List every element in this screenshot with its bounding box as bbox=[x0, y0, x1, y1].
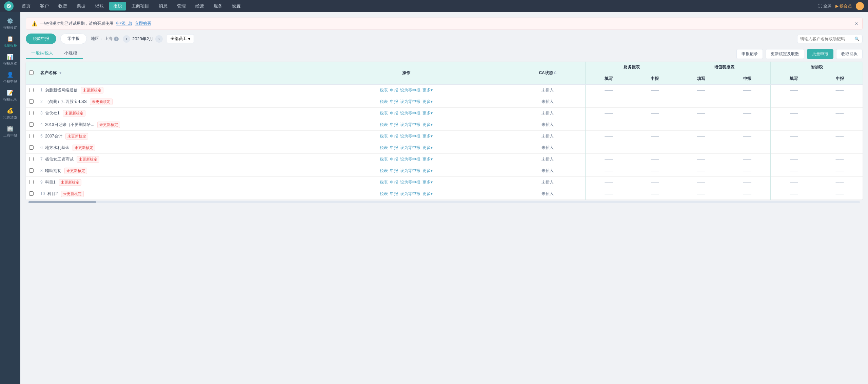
row-checkbox-cell bbox=[26, 165, 37, 177]
row-checkbox[interactable] bbox=[29, 191, 34, 196]
search-box[interactable]: 🔍 bbox=[797, 35, 863, 43]
declaration-records-button[interactable]: 申报记录 bbox=[736, 49, 763, 59]
user-avatar[interactable] bbox=[856, 2, 864, 10]
horizontal-scrollbar[interactable] bbox=[26, 200, 863, 204]
action-zero-declare[interactable]: 设为零申报 bbox=[400, 168, 420, 174]
action-declare[interactable]: 申报 bbox=[390, 99, 398, 105]
action-tax-form[interactable]: 税表 bbox=[380, 99, 388, 105]
action-zero-declare[interactable]: 设为零申报 bbox=[400, 133, 420, 139]
action-more[interactable]: 更多▾ bbox=[422, 168, 433, 174]
sidebar-item-annual-settlement[interactable]: 💰 汇算清缴 bbox=[1, 105, 19, 122]
nav-tax[interactable]: 报税 bbox=[109, 2, 126, 10]
nav-message[interactable]: 消息 bbox=[155, 2, 172, 10]
action-more[interactable]: 更多▾ bbox=[422, 179, 433, 185]
action-more[interactable]: 更多▾ bbox=[422, 145, 433, 151]
nav-billing[interactable]: 收费 bbox=[54, 2, 71, 10]
action-zero-declare[interactable]: 设为零申报 bbox=[400, 99, 420, 105]
action-more[interactable]: 更多▾ bbox=[422, 87, 433, 93]
next-month-button[interactable]: › bbox=[155, 35, 163, 43]
action-more[interactable]: 更多▾ bbox=[422, 122, 433, 128]
action-declare[interactable]: 申报 bbox=[390, 133, 398, 139]
nav-invoice[interactable]: 票据 bbox=[73, 2, 90, 10]
banner-link-buy[interactable]: 立即购买 bbox=[135, 21, 151, 26]
action-declare[interactable]: 申报 bbox=[390, 87, 398, 93]
action-tax-form[interactable]: 税表 bbox=[380, 133, 388, 139]
action-more[interactable]: 更多▾ bbox=[422, 156, 433, 162]
row-checkbox[interactable] bbox=[29, 99, 34, 104]
prev-month-button[interactable]: ‹ bbox=[123, 35, 130, 43]
action-more[interactable]: 更多▾ bbox=[422, 133, 433, 139]
tab-zero-declaration[interactable]: 零申报 bbox=[60, 34, 87, 44]
nav-business[interactable]: 工商项目 bbox=[127, 2, 153, 10]
tab-general-taxpayer[interactable]: 一般纳税人 bbox=[26, 48, 59, 59]
action-zero-declare[interactable]: 设为零申报 bbox=[400, 145, 420, 151]
collect-receipt-button[interactable]: 收取回执 bbox=[836, 49, 863, 59]
th-financial-fill: 填写 bbox=[586, 73, 632, 85]
action-declare[interactable]: 申报 bbox=[390, 168, 398, 174]
sidebar-item-tax-settings[interactable]: ⚙️ 报税设置 bbox=[1, 15, 19, 32]
row-checkbox[interactable] bbox=[29, 168, 34, 173]
sidebar-item-personal-tax[interactable]: 👤 个税申报 bbox=[1, 69, 19, 86]
row-checkbox[interactable] bbox=[29, 145, 34, 150]
row-actions: 税表 申报 设为零申报 更多▾ bbox=[302, 119, 510, 131]
row-financial-fill: —— bbox=[586, 142, 632, 154]
scroll-thumb[interactable] bbox=[28, 201, 96, 203]
tab-tax-declaration[interactable]: 税款申报 bbox=[26, 34, 56, 44]
nav-settings[interactable]: 设置 bbox=[228, 2, 245, 10]
nav-service[interactable]: 服务 bbox=[210, 2, 226, 10]
batch-declare-button[interactable]: 批量申报 bbox=[807, 49, 833, 59]
sidebar-item-tax-records[interactable]: 📝 报税记录 bbox=[1, 87, 19, 104]
action-zero-declare[interactable]: 设为零申报 bbox=[400, 156, 420, 162]
action-tax-form[interactable]: 税表 bbox=[380, 122, 388, 128]
region-label: 地区： bbox=[91, 36, 103, 42]
action-declare[interactable]: 申报 bbox=[390, 179, 398, 185]
action-tax-form[interactable]: 税表 bbox=[380, 179, 388, 185]
action-tax-form[interactable]: 税表 bbox=[380, 168, 388, 174]
action-zero-declare[interactable]: 设为零申报 bbox=[400, 179, 420, 185]
tab-small-scale[interactable]: 小规模 bbox=[59, 48, 83, 59]
banner-close-button[interactable]: ✕ bbox=[855, 21, 858, 26]
action-tax-form[interactable]: 税表 bbox=[380, 110, 388, 116]
row-checkbox[interactable] bbox=[29, 180, 34, 184]
row-checkbox[interactable] bbox=[29, 157, 34, 161]
sidebar-item-tax-overview[interactable]: 📊 报税总览 bbox=[1, 51, 19, 68]
action-declare[interactable]: 申报 bbox=[390, 122, 398, 128]
action-more[interactable]: 更多▾ bbox=[422, 110, 433, 116]
fullscreen-button[interactable]: ⛶ 全屏 bbox=[818, 3, 831, 9]
action-declare[interactable]: 申报 bbox=[390, 110, 398, 116]
nav-bookkeeping[interactable]: 记账 bbox=[91, 2, 108, 10]
filter-bar: 税款申报 零申报 地区： 上海 i ‹ 2023年2月 › 全部员工 ▾ 🔍 bbox=[26, 34, 863, 44]
action-declare[interactable]: 申报 bbox=[390, 145, 398, 151]
banner-link-summary[interactable]: 申报汇总 bbox=[116, 21, 132, 26]
select-all-checkbox[interactable] bbox=[29, 70, 34, 75]
row-checkbox[interactable] bbox=[29, 122, 34, 127]
row-checkbox[interactable] bbox=[29, 134, 34, 138]
region-info-icon[interactable]: i bbox=[114, 37, 119, 41]
row-checkbox[interactable] bbox=[29, 88, 34, 92]
nav-home[interactable]: 首页 bbox=[18, 2, 35, 10]
row-checkbox[interactable] bbox=[29, 111, 34, 115]
action-declare[interactable]: 申报 bbox=[390, 156, 398, 162]
action-declare[interactable]: 申报 bbox=[390, 191, 398, 197]
update-quota-button[interactable]: 更新核定及取数 bbox=[766, 49, 804, 59]
action-tax-form[interactable]: 税表 bbox=[380, 156, 388, 162]
department-selector[interactable]: 全部员工 ▾ bbox=[167, 34, 194, 43]
search-icon[interactable]: 🔍 bbox=[854, 37, 860, 41]
action-tax-form[interactable]: 税表 bbox=[380, 145, 388, 151]
sidebar-item-batch-tax[interactable]: 📋 批量报税 bbox=[1, 33, 19, 50]
nav-client[interactable]: 客户 bbox=[36, 2, 53, 10]
action-more[interactable]: 更多▾ bbox=[422, 191, 433, 197]
member-button[interactable]: ▶ 畅会员 bbox=[835, 3, 852, 9]
action-zero-declare[interactable]: 设为零申报 bbox=[400, 87, 420, 93]
row-financial-declare: —— bbox=[632, 85, 678, 96]
search-input[interactable] bbox=[800, 37, 854, 41]
action-more[interactable]: 更多▾ bbox=[422, 99, 433, 105]
action-zero-declare[interactable]: 设为零申报 bbox=[400, 110, 420, 116]
nav-manage[interactable]: 管理 bbox=[173, 2, 190, 10]
nav-operation[interactable]: 经营 bbox=[191, 2, 208, 10]
action-zero-declare[interactable]: 设为零申报 bbox=[400, 122, 420, 128]
action-tax-form[interactable]: 税表 bbox=[380, 191, 388, 197]
sidebar-item-annual-report[interactable]: 🏢 工商年报 bbox=[1, 123, 19, 140]
action-tax-form[interactable]: 税表 bbox=[380, 87, 388, 93]
action-zero-declare[interactable]: 设为零申报 bbox=[400, 191, 420, 197]
